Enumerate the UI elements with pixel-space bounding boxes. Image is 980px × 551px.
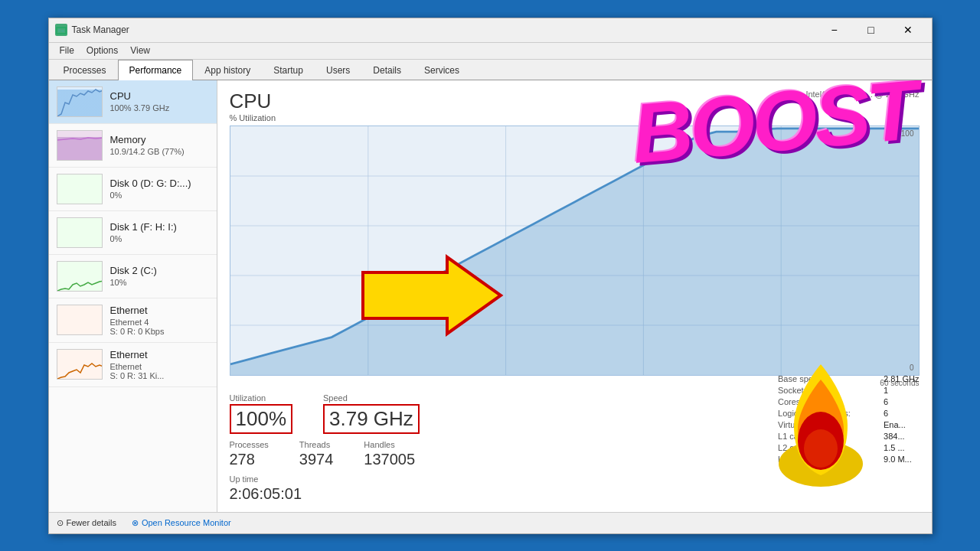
uptime-label: Up time — [230, 474, 920, 484]
handles-value: 137005 — [364, 451, 415, 468]
l2-label: L2 cache: — [778, 443, 877, 452]
base-speed-label: Base speed: — [778, 374, 877, 383]
virt-value: Ena... — [884, 420, 906, 429]
cpu-title-group: CPU % Utilization — [230, 90, 276, 122]
disk0-thumbnail — [57, 174, 103, 204]
svg-rect-4 — [57, 218, 103, 248]
fewer-details-button[interactable]: ⊙ Fewer details — [57, 518, 116, 528]
footer: ⊙ Fewer details ⊗ Open Resource Monitor — [49, 512, 932, 533]
tab-users[interactable]: Users — [315, 60, 361, 80]
cpu-sidebar-name: CPU — [110, 90, 194, 102]
maximize-button[interactable]: □ — [854, 18, 889, 42]
uptime-value: 2:06:05:01 — [230, 485, 920, 503]
menu-file[interactable]: File — [54, 44, 80, 57]
sidebar-item-ethernet2[interactable]: Ethernet Ethernet S: 0 R: 31 Ki... — [49, 343, 217, 387]
resource-monitor-icon: ⊗ — [132, 518, 139, 528]
ethernet1-sidebar-info: Ethernet Ethernet 4 S: 0 R: 0 Kbps — [110, 305, 194, 336]
svg-rect-2 — [61, 30, 64, 32]
sidebar: CPU 100% 3.79 GHz Memory 10.9/14.2 GB (7… — [49, 80, 217, 512]
tab-startup[interactable]: Startup — [262, 60, 315, 80]
close-button[interactable]: ✕ — [890, 18, 926, 42]
base-speed-value: 2.81 GHz — [884, 374, 919, 383]
sidebar-item-cpu[interactable]: CPU 100% 3.79 GHz — [49, 80, 217, 124]
chart-range-top: 100 — [901, 129, 914, 138]
stat-base-speed: Base speed: 2.81 GHz — [778, 374, 919, 383]
stat-virt: Virtualization: Ena... — [778, 420, 919, 429]
tab-processes[interactable]: Processes — [52, 60, 118, 80]
stat-l2: L2 cache: 1.5 ... — [778, 443, 919, 452]
sidebar-item-memory[interactable]: Memory 10.9/14.2 GB (77%) — [49, 124, 217, 168]
stat-logical: Logical processors: 6 — [778, 409, 919, 418]
stat-l1: L1 cache: 384... — [778, 432, 919, 441]
content-area: CPU 100% 3.79 GHz Memory 10.9/14.2 GB (7… — [49, 80, 932, 512]
disk1-sidebar-sub: 0% — [110, 234, 194, 243]
l3-value: 9.0 M... — [884, 455, 912, 464]
svg-rect-6 — [57, 305, 103, 335]
uptime-group: Up time 2:06:05:01 — [230, 474, 920, 503]
stat-l3: L3 cache: 9.0 M... — [778, 455, 919, 464]
tab-performance[interactable]: Performance — [118, 60, 194, 80]
memory-sidebar-name: Memory — [110, 134, 194, 145]
ethernet1-sidebar-name: Ethernet — [110, 305, 194, 316]
speed-label: Speed — [323, 393, 420, 403]
ethernet2-sidebar-sub1: Ethernet — [110, 362, 194, 371]
sidebar-item-ethernet1[interactable]: Ethernet Ethernet 4 S: 0 R: 0 Kbps — [49, 298, 217, 343]
threads-stat: Threads 3974 — [299, 440, 334, 468]
tab-services[interactable]: Services — [413, 60, 471, 80]
virt-label: Virtualization: — [778, 420, 877, 429]
memory-sidebar-sub: 10.9/14.2 GB (77%) — [110, 147, 194, 156]
handles-label: Handles — [364, 440, 415, 449]
open-resource-monitor-label: Open Resource Monitor — [142, 518, 231, 527]
disk1-thumbnail — [57, 217, 103, 248]
ethernet2-sidebar-name: Ethernet — [110, 349, 194, 360]
ethernet2-sidebar-sub2: S: 0 R: 31 Ki... — [110, 371, 194, 380]
ethernet1-thumbnail — [57, 305, 103, 335]
disk0-sidebar-name: Disk 0 (D: G: D:...) — [110, 178, 194, 189]
cpu-thumbnail — [57, 86, 103, 117]
sidebar-item-disk1[interactable]: Disk 1 (F: H: I:) 0% — [49, 211, 217, 255]
title-bar: Task Manager − □ ✕ — [49, 18, 932, 43]
tab-app-history[interactable]: App history — [193, 60, 262, 80]
utilization-value: 100% — [230, 404, 293, 434]
cpu-sidebar-info: CPU 100% 3.79 GHz — [110, 90, 194, 112]
disk2-sidebar-name: Disk 2 (C:) — [110, 265, 194, 276]
svg-rect-5 — [57, 262, 103, 292]
disk2-sidebar-sub: 10% — [110, 278, 194, 287]
tab-bar: Processes Performance App history Startu… — [49, 60, 932, 80]
svg-rect-7 — [57, 350, 103, 380]
svg-rect-3 — [57, 174, 103, 204]
sockets-label: Sockets: — [778, 386, 877, 395]
disk0-sidebar-sub: 0% — [110, 191, 194, 200]
speed-stat: Speed 3.79 GHz — [323, 393, 420, 434]
utilization-label: Utilization — [230, 393, 293, 403]
cpu-header: CPU % Utilization Intel(R) Core i5-... @… — [230, 90, 920, 122]
sidebar-item-disk0[interactable]: Disk 0 (D: G: D:...) 0% — [49, 168, 217, 211]
minimize-button[interactable]: − — [817, 18, 852, 42]
open-resource-monitor-button[interactable]: ⊗ Open Resource Monitor — [132, 518, 231, 528]
task-manager-window: Task Manager − □ ✕ File Options View Pro… — [48, 18, 933, 534]
stat-sockets: Sockets: 1 — [778, 386, 919, 395]
cpu-chart: 100 0 — [230, 126, 920, 376]
threads-label: Threads — [299, 440, 334, 449]
logical-label: Logical processors: — [778, 409, 877, 418]
speed-value: 3.79 GHz — [323, 404, 420, 434]
utilization-stat: Utilization 100% — [230, 393, 293, 434]
menu-options[interactable]: Options — [80, 44, 124, 57]
menu-bar: File Options View — [49, 43, 932, 60]
cores-value: 6 — [884, 397, 888, 406]
cores-label: Cores: — [778, 397, 877, 406]
disk0-sidebar-info: Disk 0 (D: G: D:...) 0% — [110, 178, 194, 200]
menu-view[interactable]: View — [124, 44, 156, 57]
ethernet2-sidebar-info: Ethernet Ethernet S: 0 R: 31 Ki... — [110, 349, 194, 380]
window-controls: − □ ✕ — [817, 18, 926, 42]
fewer-details-label: Fewer details — [67, 518, 116, 527]
cpu-util-label: % Utilization — [230, 113, 276, 122]
svg-rect-1 — [58, 29, 60, 32]
l2-value: 1.5 ... — [884, 443, 905, 452]
processes-label: Processes — [230, 440, 269, 449]
ethernet1-sidebar-sub2: S: 0 R: 0 Kbps — [110, 327, 194, 336]
sidebar-item-disk2[interactable]: Disk 2 (C:) 10% — [49, 255, 217, 298]
main-panel: CPU % Utilization Intel(R) Core i5-... @… — [217, 80, 932, 512]
tab-details[interactable]: Details — [361, 60, 413, 80]
logical-value: 6 — [884, 409, 888, 418]
